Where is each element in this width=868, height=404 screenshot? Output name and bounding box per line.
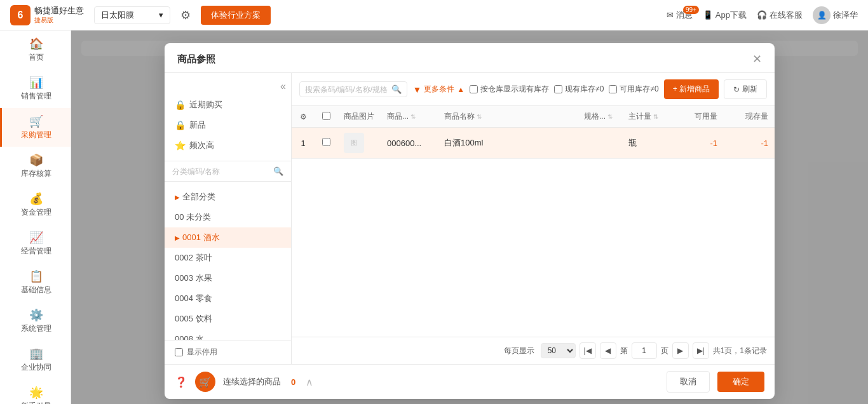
chevron-up-icon: ▲ (457, 85, 465, 94)
warehouse-stock-checkbox-label[interactable]: 按仓库显示现有库存 (470, 84, 549, 95)
category-tea[interactable]: 0002 茶叶 (165, 248, 291, 268)
sidebar-label-system: 系统管理 (21, 323, 51, 334)
category-all[interactable]: ▶ 全部分类 (165, 187, 291, 207)
category-fruit[interactable]: 0003 水果 (165, 268, 291, 288)
category-liquor[interactable]: ▶ 0001 酒水 (165, 227, 291, 248)
sidebar-label-basicinfo: 基础信息 (21, 285, 51, 295)
cancel-button[interactable]: 取消 (667, 371, 710, 393)
filter-button[interactable]: ▼ 更多条件 ▲ (412, 84, 465, 95)
row-available: -1 (667, 128, 724, 159)
quick-item-frequent[interactable]: ⭐ 频次高 (165, 135, 291, 156)
modal-footer: ❓ 🛒 连续选择的商品 0 ∧ 取消 确定 (165, 364, 775, 399)
category-water[interactable]: 0008 水 (165, 329, 291, 340)
row-code: 000600... (381, 128, 438, 159)
col-name-header[interactable]: 商品名称 (438, 106, 578, 128)
home-icon: 🏠 (29, 37, 43, 51)
message-button[interactable]: ✉ 消息 99+ (667, 10, 693, 21)
app-download-button[interactable]: 📱 App下载 (703, 10, 747, 21)
footer-collapse-icon[interactable]: ∧ (306, 376, 313, 388)
col-image-header: 商品图片 (337, 106, 381, 128)
quick-item-recent[interactable]: 🔒 近期购买 (165, 95, 291, 115)
modal-overlay: 商品参照 ✕ « 🔒 近期购买 (71, 30, 868, 404)
sidebar-item-basicinfo[interactable]: 📋 基础信息 (0, 263, 71, 302)
sidebar-label-enterprise: 企业协同 (21, 362, 51, 373)
help-icon[interactable]: ❓ (175, 376, 187, 388)
page-info-text: 共1页，1条记录 (713, 346, 767, 356)
page-last-button[interactable]: ▶| (693, 342, 709, 359)
settings-icon[interactable]: ⚙ (175, 5, 196, 25)
sidebar-label-business: 经营管理 (21, 246, 51, 257)
col-checkbox[interactable] (315, 106, 337, 128)
sidebar-item-sales[interactable]: 📊 销售管理 (0, 69, 71, 108)
content-area: 商品参照 ✕ « 🔒 近期购买 (71, 30, 868, 404)
usable-stock-checkbox-label[interactable]: 可用库存≠0 (609, 84, 658, 95)
usable-stock-checkbox[interactable] (609, 85, 617, 93)
inventory-icon: 📦 (29, 153, 43, 167)
table-toolbar: 🔍 ▼ 更多条件 ▲ 按仓库显示现有库存 (292, 73, 775, 106)
sidebar-item-finance[interactable]: 💰 资金管理 (0, 185, 71, 224)
sidebar-item-business[interactable]: 📈 经营管理 (0, 224, 71, 263)
col-settings[interactable]: ⚙ (292, 106, 315, 128)
row-stock: -1 (724, 128, 775, 159)
sidebar-item-guide[interactable]: 🌟 新手引导 (0, 379, 71, 404)
row-image: 图 (337, 128, 381, 159)
star-icon: ⭐ (175, 140, 186, 151)
show-disabled-row: 显示停用 (165, 340, 291, 364)
page-next-button[interactable]: ▶ (672, 342, 689, 359)
category-search-input[interactable] (172, 167, 269, 176)
confirm-button[interactable]: 确定 (717, 372, 764, 392)
purchase-icon: 🛒 (29, 114, 43, 128)
sidebar-label-purchase: 采购管理 (21, 130, 51, 140)
logo-icon: 6 (10, 5, 31, 25)
selected-count: 0 (291, 377, 295, 387)
main-layout: 🏠 首页 📊 销售管理 🛒 采购管理 📦 库存核算 💰 资金管理 📈 经营管理 … (0, 30, 868, 404)
col-unit-header[interactable]: 主计量 (622, 106, 667, 128)
search-icon[interactable]: 🔍 (273, 166, 283, 176)
col-spec-header[interactable]: 规格... (578, 106, 622, 128)
online-service-button[interactable]: 🎧 在线客服 (757, 10, 803, 21)
row-name: 白酒100ml (438, 128, 578, 159)
sidebar-item-inventory[interactable]: 📦 库存核算 (0, 147, 71, 185)
row-checkbox[interactable] (322, 138, 330, 146)
product-table-container: ⚙ 商品图片 商品... 商品名称 规格... (292, 106, 775, 337)
selected-label: 连续选择的商品 (223, 376, 281, 387)
product-search-input[interactable] (305, 85, 388, 94)
topnav-right: ✉ 消息 99+ 📱 App下载 🎧 在线客服 👤 徐泽华 (667, 6, 858, 24)
trial-button[interactable]: 体验行业方案 (201, 6, 271, 25)
sidebar-item-purchase[interactable]: 🛒 采购管理 (0, 108, 71, 147)
available-stock-checkbox[interactable] (554, 85, 562, 93)
sidebar-item-home[interactable]: 🏠 首页 (0, 30, 71, 69)
category-uncategorized[interactable]: 00 未分类 (165, 207, 291, 227)
available-stock-checkbox-label[interactable]: 现有库存≠0 (554, 84, 604, 95)
quick-item-new[interactable]: 🔒 新品 (165, 115, 291, 135)
page-first-button[interactable]: |◀ (580, 342, 596, 359)
store-selector[interactable]: 日太阳膜 ▾ (94, 6, 170, 24)
select-all-checkbox[interactable] (322, 112, 330, 120)
row-checkbox-cell[interactable] (315, 128, 337, 159)
cart-button[interactable]: 🛒 (195, 372, 215, 392)
left-panel: « 🔒 近期购买 🔒 新品 ⭐ 频次高 (165, 73, 292, 364)
category-beverage[interactable]: 0005 饮料 (165, 309, 291, 329)
modal-close-button[interactable]: ✕ (752, 52, 762, 66)
add-product-button[interactable]: + 新增商品 (664, 79, 719, 99)
page-number-input[interactable] (632, 342, 657, 359)
message-icon: ✉ (667, 10, 674, 20)
refresh-button[interactable]: ↻ 刷新 (724, 79, 767, 99)
category-snack[interactable]: 0004 零食 (165, 288, 291, 309)
user-profile-button[interactable]: 👤 徐泽华 (813, 6, 858, 24)
search-submit-icon[interactable]: 🔍 (391, 84, 402, 94)
page-prev-button[interactable]: ◀ (600, 342, 616, 359)
collapse-button[interactable]: « (165, 78, 291, 95)
per-page-select[interactable]: 50 10 20 100 (541, 343, 576, 358)
show-disabled-checkbox[interactable] (175, 348, 183, 356)
message-badge: 99+ (683, 6, 699, 14)
sidebar-item-enterprise[interactable]: 🏢 企业协同 (0, 340, 71, 379)
warehouse-stock-checkbox[interactable] (470, 85, 478, 93)
col-code-header[interactable]: 商品... (381, 106, 438, 128)
top-navigation: 6 畅捷通好生意 捷易版 日太阳膜 ▾ ⚙ 体验行业方案 ✉ 消息 99+ 📱 … (0, 0, 868, 30)
sidebar-item-system[interactable]: ⚙️ 系统管理 (0, 302, 71, 340)
system-icon: ⚙️ (29, 308, 43, 322)
table-settings-icon[interactable]: ⚙ (300, 112, 307, 121)
new-icon: 🔒 (175, 120, 186, 130)
table-row[interactable]: 1 图 000600... 白酒100ml (292, 128, 775, 159)
